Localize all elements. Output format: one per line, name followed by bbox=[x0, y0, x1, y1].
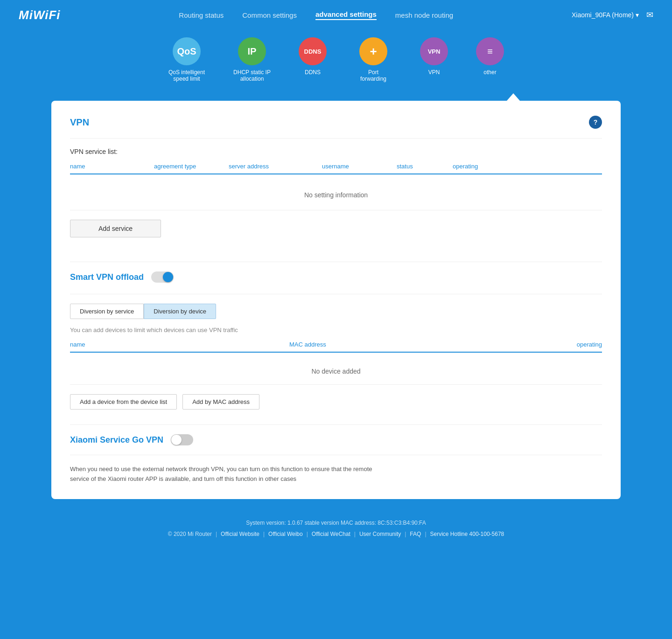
nav-routing-status[interactable]: Routing status bbox=[179, 11, 224, 19]
icon-nav: QoS QoS intelligent speed limit IP DHCP … bbox=[0, 30, 672, 93]
footer-system-info: System version: 1.0.67 stable version MA… bbox=[0, 520, 672, 526]
user-badge[interactable]: Xiaomi_90FA (Home) ▾ bbox=[572, 11, 639, 19]
vpn-section-header: VPN ? bbox=[70, 116, 602, 129]
header: MiWiFi Routing status Common settings ad… bbox=[0, 0, 672, 30]
main-content: VPN ? VPN service list: name agreement t… bbox=[51, 101, 621, 499]
arrow-indicator bbox=[359, 93, 667, 101]
qos-label: QoS intelligent speed limit bbox=[168, 69, 205, 82]
diversion-hint: You can add devices to limit which devic… bbox=[70, 326, 602, 333]
footer-sep-0: | bbox=[216, 531, 217, 537]
icon-nav-other[interactable]: ≡ other bbox=[476, 37, 504, 82]
qos-icon: QoS bbox=[173, 37, 201, 65]
ip-label: DHCP static IP allocation bbox=[233, 69, 271, 82]
xiaomi-divider bbox=[70, 424, 602, 425]
footer-sep-2: | bbox=[307, 531, 308, 537]
footer-link-faq[interactable]: FAQ bbox=[410, 531, 421, 537]
xiaomi-toggle-knob bbox=[171, 435, 182, 445]
icon-nav-qos[interactable]: QoS QoS intelligent speed limit bbox=[168, 37, 205, 82]
add-service-button[interactable]: Add service bbox=[70, 220, 161, 237]
footer-links: © 2020 Mi Router | Official Website | Of… bbox=[0, 531, 672, 537]
other-label: other bbox=[483, 69, 496, 76]
xiaomi-service-desc: When you need to use the external networ… bbox=[70, 465, 387, 484]
logo: MiWiFi bbox=[19, 8, 61, 22]
footer: System version: 1.0.67 stable version MA… bbox=[0, 510, 672, 545]
icon-nav-ddns[interactable]: DDNS DDNS bbox=[299, 37, 327, 82]
header-right: Xiaomi_90FA (Home) ▾ ✉ bbox=[572, 10, 653, 20]
nav-common-settings[interactable]: Common settings bbox=[242, 11, 297, 19]
xiaomi-bottom-divider bbox=[70, 455, 602, 455]
smart-vpn-label: Smart VPN offload bbox=[70, 272, 144, 282]
mail-icon[interactable]: ✉ bbox=[646, 10, 653, 20]
port-icon: + bbox=[359, 37, 387, 65]
smart-vpn-bottom-divider bbox=[70, 294, 602, 294]
vpn-service-list-label: VPN service list: bbox=[70, 148, 602, 155]
vpn-table-header: name agreement type server address usern… bbox=[70, 163, 602, 174]
smart-vpn-toggle[interactable] bbox=[151, 271, 174, 283]
tab-diversion-device[interactable]: Diversion by device bbox=[144, 304, 216, 319]
add-mac-button[interactable]: Add by MAC address bbox=[182, 394, 259, 410]
icon-nav-vpn[interactable]: VPN VPN bbox=[420, 37, 448, 82]
ip-icon: IP bbox=[238, 37, 266, 65]
smart-vpn-divider bbox=[70, 262, 602, 262]
smart-vpn-row: Smart VPN offload bbox=[70, 271, 602, 283]
xiaomi-service-label: Xiaomi Service Go VPN bbox=[70, 435, 163, 445]
th-server: server address bbox=[229, 163, 322, 170]
arrow-up-icon bbox=[507, 93, 520, 101]
footer-copyright: © 2020 Mi Router bbox=[168, 531, 212, 537]
device-no-data: No device added bbox=[70, 358, 602, 385]
add-device-button[interactable]: Add a device from the device list bbox=[70, 394, 177, 410]
footer-sep-4: | bbox=[405, 531, 406, 537]
xiaomi-service-row: Xiaomi Service Go VPN bbox=[70, 434, 602, 445]
nav-mesh-node[interactable]: mesh node routing bbox=[395, 11, 453, 19]
footer-sep-3: | bbox=[354, 531, 356, 537]
dth-name: name bbox=[70, 341, 289, 348]
toggle-knob bbox=[163, 272, 173, 282]
footer-sep-1: | bbox=[263, 531, 265, 537]
icon-nav-port[interactable]: + Port forwarding bbox=[355, 37, 392, 82]
vpn-label: VPN bbox=[428, 69, 440, 76]
vpn-title: VPN bbox=[70, 117, 89, 128]
th-agreement: agreement type bbox=[154, 163, 229, 170]
vpn-no-data: No setting information bbox=[70, 180, 602, 210]
tab-diversion-service[interactable]: Diversion by service bbox=[70, 304, 144, 319]
chevron-down-icon: ▾ bbox=[636, 11, 639, 19]
main-nav: Routing status Common settings advanced … bbox=[179, 10, 453, 20]
th-status: status bbox=[397, 163, 453, 170]
ddns-icon: DDNS bbox=[299, 37, 327, 65]
vpn-icon: VPN bbox=[420, 37, 448, 65]
device-table-header: name MAC address operating bbox=[70, 341, 602, 353]
help-button[interactable]: ? bbox=[589, 116, 602, 129]
th-operating: operating bbox=[453, 163, 602, 170]
icon-nav-ip[interactable]: IP DHCP static IP allocation bbox=[233, 37, 271, 82]
footer-link-official[interactable]: Official Website bbox=[221, 531, 259, 537]
footer-link-community[interactable]: User Community bbox=[359, 531, 401, 537]
th-name: name bbox=[70, 163, 154, 170]
vpn-divider bbox=[70, 138, 602, 139]
user-label: Xiaomi_90FA (Home) bbox=[572, 11, 634, 19]
nav-advanced-settings[interactable]: advanced settings bbox=[315, 10, 377, 20]
dth-mac: MAC address bbox=[289, 341, 509, 348]
footer-link-wechat[interactable]: Official WeChat bbox=[312, 531, 350, 537]
xiaomi-service-toggle[interactable] bbox=[171, 434, 193, 445]
ddns-label: DDNS bbox=[305, 69, 321, 76]
dth-operating: operating bbox=[509, 341, 602, 348]
footer-link-hotline[interactable]: Service Hotline 400-100-5678 bbox=[430, 531, 504, 537]
diversion-tabs: Diversion by service Diversion by device bbox=[70, 304, 602, 319]
th-username: username bbox=[322, 163, 397, 170]
device-actions: Add a device from the device list Add by… bbox=[70, 394, 602, 410]
port-label: Port forwarding bbox=[355, 69, 392, 82]
other-icon: ≡ bbox=[476, 37, 504, 65]
footer-link-weibo[interactable]: Official Weibo bbox=[268, 531, 303, 537]
footer-sep-5: | bbox=[425, 531, 426, 537]
